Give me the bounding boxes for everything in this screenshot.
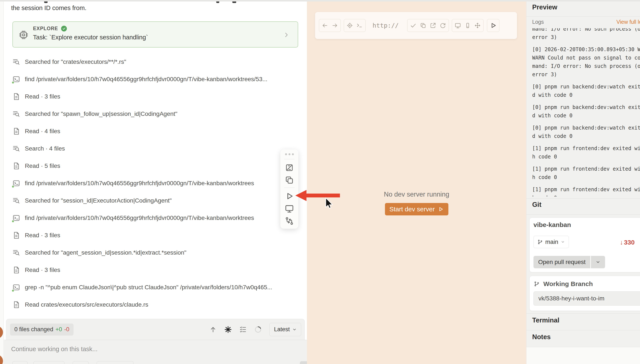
browser-toolbar: http:// xyxy=(315,12,517,39)
git-section-header[interactable]: Git xyxy=(532,201,541,208)
list-item[interactable]: find /private/var/folders/10/h7w0q46556g… xyxy=(13,70,300,88)
repo-name: vibe-kanban xyxy=(533,221,571,228)
assistant-message-text: the session ID comes from. xyxy=(11,4,86,12)
preview-pane: http:// No dev server running Start dev … xyxy=(307,0,526,364)
open-external-icon[interactable] xyxy=(430,22,436,29)
url-input[interactable]: http:// xyxy=(373,22,399,29)
copy-icon[interactable] xyxy=(285,175,294,185)
message-composer[interactable]: Continue working on this task... xyxy=(4,340,307,364)
divider xyxy=(284,188,294,188)
search-icon xyxy=(13,197,20,204)
list-item[interactable]: Read · 3 files xyxy=(13,88,300,105)
search-icon xyxy=(13,110,20,118)
spinner-icon xyxy=(254,326,262,333)
logs-output[interactable]: mand: I/O error: No such process (os err… xyxy=(532,28,640,196)
file-icon xyxy=(13,232,20,239)
pr-options-dropdown[interactable] xyxy=(591,256,605,268)
refresh-icon[interactable] xyxy=(440,22,446,29)
agent-activity-list: Searched for "crates/executors/**/*.rs" … xyxy=(13,53,300,330)
list-item[interactable]: find /private/var/folders/10/h7w0q46556g… xyxy=(13,209,300,226)
send-button-partial[interactable] xyxy=(300,361,307,364)
open-pull-request-button[interactable]: Open pull request xyxy=(533,256,590,268)
terminal-prompt-icon[interactable] xyxy=(357,22,363,29)
run-button[interactable] xyxy=(487,19,499,32)
rail-avatar-partial[interactable] xyxy=(0,354,3,364)
clean-screenshot-icon[interactable] xyxy=(285,163,294,172)
list-item[interactable]: Read · 5 files xyxy=(13,157,300,174)
mouse-cursor xyxy=(325,198,334,211)
chevron-right-icon[interactable] xyxy=(283,32,289,38)
rail-avatar-partial[interactable] xyxy=(0,326,3,339)
terminal-icon xyxy=(13,214,20,222)
composer-button-partial[interactable] xyxy=(34,361,65,364)
divider xyxy=(526,330,640,330)
view-full-logs-link[interactable]: View full logs xyxy=(616,19,640,25)
composer-button-partial[interactable] xyxy=(73,361,89,364)
list-item[interactable]: Read · 3 files xyxy=(13,226,300,244)
list-item[interactable]: Read · 3 files xyxy=(13,261,300,278)
move-icon[interactable] xyxy=(474,22,481,29)
files-changed-badge[interactable]: 0 files changed +0 -0 xyxy=(10,324,74,336)
start-dev-server-button[interactable]: Start dev server xyxy=(385,203,448,216)
window-top-strip xyxy=(0,0,640,2)
checklist-icon[interactable] xyxy=(239,326,247,333)
git-repo-card: vibe-kanban main ↓ 330 Open pull request xyxy=(529,218,640,272)
sparkle-icon[interactable] xyxy=(224,326,232,333)
monitor-icon[interactable] xyxy=(285,204,294,213)
status-dot xyxy=(12,185,14,188)
back-button[interactable] xyxy=(322,22,328,29)
list-item[interactable]: find /private/var/folders/10/h7w0q46556g… xyxy=(13,174,300,192)
list-item[interactable]: Read · 4 files xyxy=(13,122,300,140)
terminal-icon xyxy=(13,284,20,291)
task-card-title: Task: `Explore executor session handling… xyxy=(33,34,148,41)
cpu-chip-icon xyxy=(19,30,28,40)
status-dot xyxy=(12,220,14,223)
conversation-panel: the session ID comes from. EXPLORE Task:… xyxy=(4,0,307,364)
file-icon xyxy=(13,93,20,100)
forward-button[interactable] xyxy=(332,22,338,29)
status-dot xyxy=(12,289,14,292)
changes-bar: 0 files changed +0 -0 Latest xyxy=(6,319,305,340)
confirm-icon[interactable] xyxy=(410,22,416,29)
git-compare-icon[interactable] xyxy=(285,216,294,226)
locate-icon[interactable] xyxy=(347,22,353,29)
divider xyxy=(526,198,640,198)
working-branch-card: Working Branch vk/5388-hey-i-want-to-im xyxy=(529,276,640,311)
chevron-down-icon xyxy=(292,328,297,332)
composer-button-partial[interactable] xyxy=(13,361,28,364)
version-dropdown[interactable]: Latest xyxy=(269,323,301,336)
list-item[interactable]: Searched for "crates/executors/**/*.rs" xyxy=(13,53,300,70)
drag-handle[interactable] xyxy=(285,153,294,155)
file-icon xyxy=(13,301,20,308)
working-branch-field[interactable]: vk/5388-hey-i-want-to-im xyxy=(533,292,640,306)
search-icon xyxy=(13,249,20,256)
list-item[interactable]: grep -n "^pub enum ClaudeJson\|^pub stru… xyxy=(13,278,300,296)
notes-body-empty xyxy=(526,347,640,364)
desktop-view-icon[interactable] xyxy=(455,22,461,29)
terminal-icon xyxy=(13,75,20,83)
floating-toolbar xyxy=(280,150,298,229)
list-item[interactable]: Searched for "spawn_follow_up|session_id… xyxy=(13,105,300,122)
list-item[interactable]: Read crates/executors/src/executors/clau… xyxy=(13,296,300,313)
mobile-view-icon[interactable] xyxy=(464,22,471,29)
scroll-to-top-button[interactable] xyxy=(209,326,217,333)
list-item[interactable]: Searched for "agent_session_id|session.*… xyxy=(13,244,300,261)
copy-icon[interactable] xyxy=(420,22,426,29)
list-item[interactable]: Search · 4 files xyxy=(13,140,300,157)
composer-button-partial[interactable] xyxy=(97,361,134,364)
explore-task-card[interactable]: EXPLORE Task: `Explore executor session … xyxy=(13,22,298,48)
list-item[interactable]: Searched for "session_id|ExecutorAction|… xyxy=(13,192,300,209)
play-icon xyxy=(490,22,497,29)
deletions-count: -0 xyxy=(64,326,69,333)
chevron-down-icon xyxy=(596,260,600,264)
file-icon xyxy=(13,162,20,170)
terminal-section-header[interactable]: Terminal xyxy=(532,316,559,324)
status-dot xyxy=(12,81,14,84)
notes-section-header[interactable]: Notes xyxy=(532,333,551,341)
play-icon xyxy=(438,206,444,212)
success-check-icon xyxy=(61,26,67,32)
base-branch-dropdown[interactable]: main xyxy=(533,236,569,248)
play-icon[interactable] xyxy=(285,192,294,201)
divider xyxy=(526,16,640,16)
sidebar-title: Preview xyxy=(532,4,557,11)
